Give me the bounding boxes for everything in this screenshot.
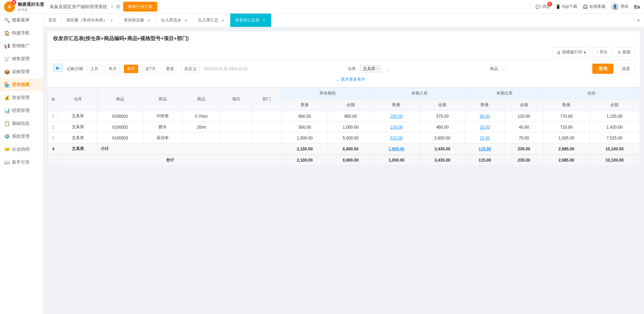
cell-sub-oqty[interactable]: 115.00 [465,144,505,155]
sidebar-item-marketing[interactable]: 📢 营销推广 [0,39,43,52]
ea-item[interactable]: Ea [634,4,640,10]
sidebar-item-enterprise[interactable]: 🤝 企业协同 [0,143,43,156]
app-download-label: App下载 [562,4,577,10]
date-btn-this-month[interactable]: 本月 [105,65,120,73]
cell-sub-iqty[interactable]: 1,000.00 [374,144,419,155]
cell-oqty-2[interactable]: 20.00 [465,122,505,133]
sidebar-item-guide[interactable]: 📖 新手引导 [0,156,43,169]
in-qty-link-2: 230.00 [390,125,403,130]
inventory-icon: 🏪 [4,82,10,87]
cell-oqty-1[interactable]: 80.00 [465,111,505,122]
sidebar-item-sales[interactable]: 🛒 销售管理 [0,52,43,65]
system-dropdown[interactable]: 装备及固定资产辅助管理系统 ▾ [47,4,113,10]
filter-toggle-btn[interactable]: ▶ [53,64,63,72]
sidebar-item-purchase[interactable]: 📦 采购管理 [0,65,43,78]
sidebar-marketing-label: 营销推广 [12,43,30,49]
tab-summary-label: 出入库汇总 [198,17,218,23]
app-download-item[interactable]: 📱 App下载 [556,4,577,10]
setting-button[interactable]: 设置 [617,64,634,74]
cell-iqty-1[interactable]: 250.00 [374,111,419,122]
online-service-item[interactable]: 🎧 在线客服 [583,4,606,10]
th-begin-amt: 金额 [328,99,374,111]
date-btn-7days[interactable]: 近7天 [142,65,159,73]
trial-button[interactable]: 体验行业方案 [123,2,157,12]
warehouse-tag-text: 文具库 [363,66,375,72]
print-icon: 🖨 [557,50,561,55]
expand-label: 展开更多条件 [341,77,365,82]
tab-summary-close[interactable]: × [220,18,225,23]
tab-home[interactable]: 首页 [44,14,62,27]
page-title-area: 收发存汇总表(按仓库+商品编码+商品+规格型号+项目+部门) [48,31,640,45]
th-out-amt: 金额 [505,99,544,111]
cell-sub-num: 4 [48,144,59,155]
tab-batch-close[interactable]: × [146,18,151,23]
sidebar-item-operations[interactable]: 📊 经营管理 [0,104,43,117]
query-button[interactable]: 查询 [592,64,613,74]
export-button[interactable]: ↑ 导出 [592,47,611,57]
cell-iamt-3: 2,600.00 [419,133,465,144]
table-row: 3 文具库 0100003 采访本 1,000.00 5,000.00 520.… [48,133,640,144]
goods-label: 商品 [490,66,498,72]
tab-inventory-dist[interactable]: 现存量（库存分布表） × [62,14,119,27]
cell-warehouse-2: 文具库 [59,122,97,133]
footer-bqty: 2,100.00 [282,154,328,166]
table-container: ⚙ 仓库 商品 商品 商品 项目 部门 库存期初 本期入库 本期出库 结存 [48,87,640,166]
date-btn-this-year[interactable]: 本年 [124,65,138,73]
tab-flow[interactable]: 出入库流水 × [156,14,193,27]
online-service-label: 在线客服 [589,4,606,10]
cell-sub-bamt2: 10,100.00 [589,144,640,155]
in-qty-link-3: 520.00 [390,136,403,141]
cell-num-3: 3 [48,133,59,144]
sub-out-qty-link: 115.00 [479,147,491,151]
user-label: 用友 [621,4,629,10]
cell-iqty-3[interactable]: 520.00 [374,133,419,144]
th-period-out: 本期出库 [465,88,544,99]
cell-iqty-2[interactable]: 230.00 [374,122,419,133]
sidebar-search-label: 搜索菜单 [12,17,30,23]
tab-inventory-dist-close[interactable]: × [109,18,114,23]
date-label: 记账日期 [67,66,83,72]
cell-dept-2 [251,122,282,133]
cell-bqty2-3: 1,505.00 [543,133,589,144]
user-item[interactable]: 👤 用友 [611,3,629,11]
refresh-button[interactable]: ↻ 刷新 [614,47,634,57]
date-btn-last-month[interactable]: 上月 [87,65,101,73]
sidebar-item-search[interactable]: 🔍 搜索菜单 [0,14,43,27]
cell-proj-3 [221,133,251,144]
cell-num-1: 1 [48,111,59,122]
sidebar-item-inventory[interactable]: 🏪 库存核算 [0,78,43,91]
footer-empty [48,154,59,166]
message-item[interactable]: 💬 消息 6 [535,4,550,10]
top-left: 6 6 畅捷通好生意 标准版 装备及固定资产辅助管理系统 ▾ ⚙ 体验行业方案 [4,1,157,12]
cell-spec-3 [182,133,221,144]
out-qty-link-1: 80.00 [480,114,490,119]
cell-oamt-1: 120.00 [505,111,544,122]
warehouse-tag-close[interactable]: × [377,67,379,71]
tab-bar-close[interactable]: × [633,14,644,27]
date-btn-more[interactable]: 更多 [163,65,177,73]
sidebar-item-system[interactable]: ⚙️ 系统管理 [0,130,43,143]
page-title: 收发存汇总表(按仓库+商品编码+商品+规格型号+项目+部门) [53,35,189,41]
settings-icon[interactable]: ⚙ [116,3,120,10]
app-title-block: 畅捷通好生意 标准版 [18,1,44,12]
th-settings[interactable]: ⚙ [48,88,59,111]
sidebar-basic-label: 基础信息 [12,120,30,127]
sidebar-item-quick-nav[interactable]: 🏠 快捷导航 [0,27,43,39]
goods-ellipsis[interactable]: ... [502,66,506,71]
sidebar-item-basic-info[interactable]: 📋 基础信息 [0,117,43,130]
logo-icon: 6 6 [4,1,15,12]
sidebar-item-finance[interactable]: 💰 资金管理 [0,91,43,104]
tab-batch[interactable]: 库存批次账 × [119,14,156,27]
tab-summary[interactable]: 出入库汇总 × [193,14,230,27]
tab-recv-send[interactable]: 收发存汇总表 × [230,14,271,27]
tab-flow-close[interactable]: × [183,18,188,23]
filter-bar: ▶ 记账日期 上月 本月 本年 近7天 更多 自定义 2023-01-01 至 … [48,60,640,87]
expand-more-btn[interactable]: ⌄ 展开更多条件 [336,75,365,84]
sidebar-quicknav-label: 快捷导航 [12,30,30,36]
tab-recv-send-close[interactable]: × [262,18,266,23]
print-label: 按模板打印 [562,49,582,55]
warehouse-ellipsis[interactable]: ... [386,66,390,71]
cell-oqty-3[interactable]: 15.00 [465,133,505,144]
date-btn-custom[interactable]: 自定义 [181,65,200,73]
print-button[interactable]: 🖨 按模板打印 ▾ [553,47,590,57]
